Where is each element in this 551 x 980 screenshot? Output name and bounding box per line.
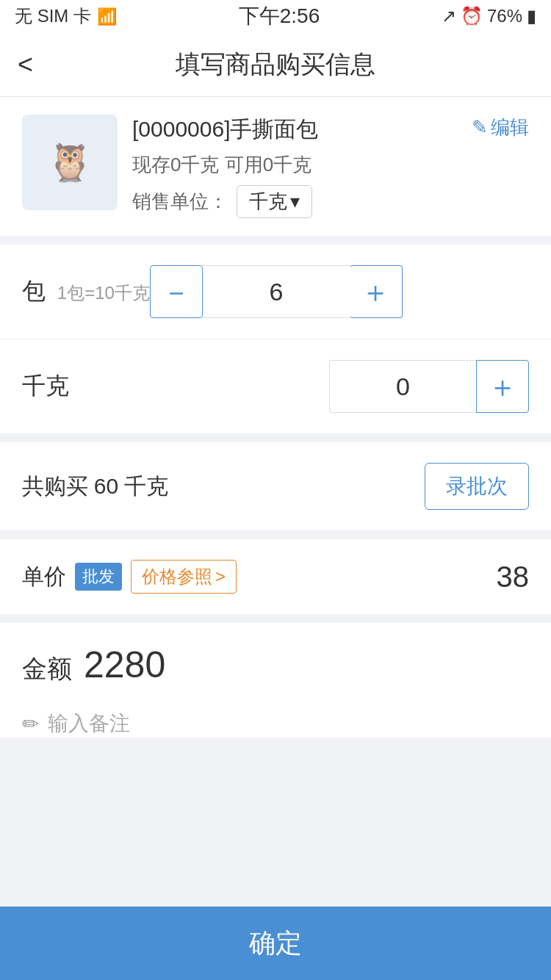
signal-icon: ↗ bbox=[442, 6, 456, 26]
product-card: 🦉 [0000006]手撕面包 现存0千克 可用0千克 销售单位： 千克 ▾ ✎… bbox=[0, 97, 551, 236]
price-section: 单价 批发 价格参照 > 38 bbox=[0, 539, 551, 614]
amount-label: 金额 bbox=[22, 652, 72, 686]
product-info: [0000006]手撕面包 现存0千克 可用0千克 销售单位： 千克 ▾ bbox=[132, 115, 529, 218]
status-left: 无 SIM 卡 bbox=[15, 4, 117, 28]
page-title: 填写商品购买信息 bbox=[176, 48, 375, 82]
bao-decrement-button[interactable]: － bbox=[150, 265, 203, 318]
price-row: 单价 批发 价格参照 > 38 bbox=[22, 560, 529, 594]
product-unit-row: 销售单位： 千克 ▾ bbox=[132, 185, 529, 218]
back-button[interactable]: < bbox=[18, 49, 33, 80]
total-amount: 60 bbox=[94, 474, 118, 498]
battery-label: 76% bbox=[487, 6, 522, 26]
price-label: 单价 bbox=[22, 562, 66, 592]
kg-qty-controls: ＋ bbox=[329, 360, 529, 413]
remark-placeholder[interactable]: 输入备注 bbox=[48, 710, 130, 738]
product-name: [0000006]手撕面包 bbox=[132, 115, 529, 145]
amount-value: 2280 bbox=[84, 644, 165, 686]
wifi-icon bbox=[97, 6, 117, 26]
amount-section: 金额 2280 ✏ 输入备注 bbox=[0, 623, 551, 738]
nav-bar: < 填写商品购买信息 bbox=[0, 32, 551, 97]
price-value: 38 bbox=[497, 561, 530, 594]
edit-button[interactable]: ✎ 编辑 bbox=[472, 115, 529, 140]
status-right: ↗ ⏰ 76% ▮ bbox=[442, 6, 536, 26]
edit-icon: ✎ bbox=[472, 116, 488, 139]
status-bar: 无 SIM 卡 下午2:56 ↗ ⏰ 76% ▮ bbox=[0, 0, 551, 32]
price-ref-arrow-icon: > bbox=[215, 566, 226, 587]
price-ref-button[interactable]: 价格参照 > bbox=[131, 560, 237, 594]
status-time: 下午2:56 bbox=[239, 2, 320, 30]
bao-label: 包 1包=10千克 bbox=[22, 275, 150, 308]
bao-quantity-row: 包 1包=10千克 － ＋ bbox=[0, 245, 551, 339]
remark-row: ✏ 输入备注 bbox=[22, 710, 529, 738]
bao-hint: 1包=10千克 bbox=[57, 283, 150, 303]
total-unit: 千克 bbox=[124, 474, 168, 498]
total-row: 共购买 60 千克 录批次 bbox=[0, 442, 551, 530]
kg-quantity-row: 千克 ＋ bbox=[0, 339, 551, 433]
unit-select[interactable]: 千克 ▾ bbox=[237, 185, 312, 218]
alarm-icon: ⏰ bbox=[461, 6, 483, 26]
price-ref-label: 价格参照 bbox=[142, 565, 212, 588]
product-stock: 现存0千克 可用0千克 bbox=[132, 152, 529, 178]
kg-increment-button[interactable]: ＋ bbox=[476, 360, 529, 413]
confirm-bar[interactable]: 确定 bbox=[0, 907, 551, 980]
price-tag: 批发 bbox=[75, 563, 122, 591]
kg-label: 千克 bbox=[22, 370, 329, 403]
edit-label: 编辑 bbox=[491, 115, 529, 140]
sim-label: 无 SIM 卡 bbox=[15, 4, 91, 28]
bao-quantity-input[interactable] bbox=[203, 265, 350, 318]
price-left: 单价 批发 价格参照 > bbox=[22, 560, 237, 594]
unit-label: 销售单位： bbox=[132, 189, 228, 215]
battery-icon: ▮ bbox=[527, 6, 536, 26]
bao-increment-button[interactable]: ＋ bbox=[350, 265, 403, 318]
bao-qty-controls: － ＋ bbox=[150, 265, 403, 318]
batch-button[interactable]: 录批次 bbox=[425, 463, 529, 510]
kg-quantity-input[interactable] bbox=[329, 360, 476, 413]
quantity-section: 包 1包=10千克 － ＋ 千克 ＋ bbox=[0, 245, 551, 433]
unit-chevron-icon: ▾ bbox=[290, 190, 300, 213]
confirm-button[interactable]: 确定 bbox=[249, 926, 302, 962]
product-image: 🦉 bbox=[22, 115, 118, 210]
product-logo-icon: 🦉 bbox=[47, 141, 93, 184]
total-label: 共购买 60 千克 bbox=[22, 472, 168, 502]
pencil-icon: ✏ bbox=[22, 712, 39, 736]
